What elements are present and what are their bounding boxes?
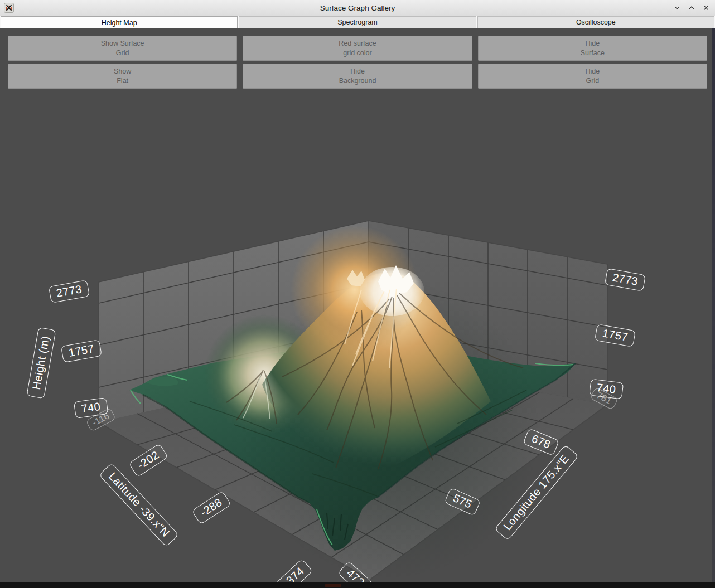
title-bar[interactable]: Surface Graph Gallery	[0, 0, 715, 16]
tab-height-map[interactable]: Height Map	[1, 16, 238, 28]
close-icon[interactable]	[702, 3, 711, 12]
button-label: Grid	[116, 48, 129, 58]
tab-spectrogram[interactable]: Spectrogram	[239, 16, 476, 28]
window-right-edge	[712, 28, 715, 582]
hide-surface-button[interactable]: Hide Surface	[478, 36, 707, 61]
red-surface-grid-color-button[interactable]: Red surface grid color	[243, 36, 472, 61]
button-label: Show Surface	[101, 39, 144, 48]
window-title: Surface Graph Gallery	[0, 4, 715, 12]
button-label: Grid	[586, 76, 600, 86]
tab-bar: Height Map Spectrogram Oscilloscope	[0, 16, 715, 28]
show-flat-button[interactable]: Show Flat	[8, 64, 237, 89]
button-label: Hide	[585, 39, 600, 48]
button-label: Show	[114, 67, 131, 76]
button-label: Flat	[117, 76, 128, 86]
taskbar-strip	[0, 582, 715, 588]
tab-oscilloscope[interactable]: Oscilloscope	[477, 16, 714, 28]
x-logo-icon	[4, 3, 14, 13]
chevron-up-icon[interactable]	[687, 3, 696, 12]
show-surface-grid-button[interactable]: Show Surface Grid	[8, 36, 237, 61]
button-label: grid color	[343, 48, 371, 58]
button-label: Red surface	[339, 39, 376, 48]
button-label: Background	[339, 76, 376, 86]
hide-background-button[interactable]: Hide Background	[243, 64, 472, 89]
taskbar-item	[325, 584, 341, 587]
button-label: Hide	[350, 67, 365, 76]
control-toolbar: Show Surface Grid Red surface grid color…	[0, 28, 715, 89]
button-label: Surface	[581, 48, 605, 58]
button-label: Hide	[585, 67, 600, 76]
chevron-down-icon[interactable]	[673, 3, 682, 12]
hide-grid-button[interactable]: Hide Grid	[478, 64, 707, 89]
